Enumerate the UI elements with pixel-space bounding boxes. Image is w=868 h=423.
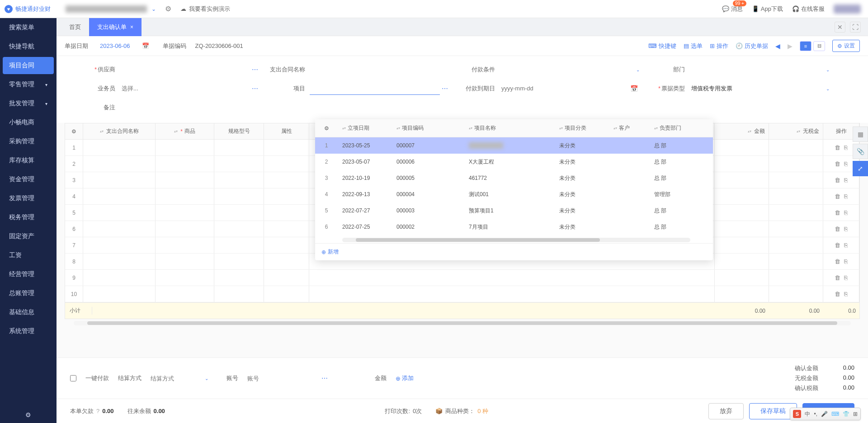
gear-column[interactable]: ⚙ (65, 123, 83, 139)
messages-link[interactable]: 💬 消息 99 + (722, 5, 743, 13)
help-icon[interactable]: ? (96, 408, 99, 414)
calendar-icon[interactable]: 📅 (142, 42, 149, 49)
delete-icon[interactable]: 🗑 (835, 291, 840, 297)
scrollbar-thumb[interactable] (356, 238, 600, 242)
col-goods[interactable]: ▴▾*商品 (156, 123, 214, 139)
cell-goods[interactable] (156, 205, 214, 221)
history-link[interactable]: 🕘历史单据 (736, 42, 768, 50)
cell-contract[interactable] (83, 156, 156, 172)
cell-goods[interactable] (156, 188, 214, 204)
dd-col-cust[interactable]: ▴▾客户 (609, 124, 650, 132)
due-date-input[interactable] (500, 82, 628, 95)
delete-icon[interactable]: 🗑 (835, 258, 840, 265)
sidebar-settings-icon[interactable]: ⚙ (0, 411, 57, 418)
cell-attr[interactable] (264, 237, 309, 253)
dd-col-code[interactable]: ▴▾项目编码 (392, 124, 464, 132)
cell-spec[interactable] (214, 270, 264, 286)
dropdown-row[interactable]: 2 2023-05-07 000006 X大厦工程 未分类 总 部 (315, 154, 713, 170)
sidebar-item[interactable]: 项目合同 (3, 57, 54, 74)
contract-name-input[interactable] (310, 63, 450, 76)
doc-date-value[interactable]: 2023-06-06 (97, 42, 133, 50)
account-input[interactable] (247, 375, 311, 382)
org-selector[interactable]: ⌄ (57, 5, 165, 13)
copy-icon[interactable]: ⎘ (844, 226, 848, 232)
dropdown-row[interactable]: 5 2022-07-27 000003 预算项目1 未分类 总 部 (315, 202, 713, 219)
chevron-down-icon[interactable]: ⌄ (826, 67, 830, 72)
table-row[interactable]: 10 🗑 ⎘ (65, 286, 859, 302)
dd-col-dept[interactable]: ▴▾负责部门 (650, 124, 704, 132)
cell-attr[interactable] (264, 205, 309, 221)
cell-amount[interactable] (715, 237, 769, 253)
settle-select[interactable] (151, 375, 196, 382)
viewmode-list-button[interactable]: ≡ (800, 41, 811, 51)
copy-icon[interactable]: ⎘ (844, 193, 848, 200)
sidebar-item[interactable]: 发票管理 (0, 189, 57, 208)
ime-skin-icon[interactable]: 👕 (843, 411, 849, 417)
cell-goods[interactable] (156, 221, 214, 237)
col-spec[interactable]: 规格型号 (214, 123, 264, 139)
col-contract[interactable]: ▴▾支出合同名称 (83, 123, 156, 139)
onekey-pay-checkbox[interactable] (70, 375, 76, 381)
cell-spec[interactable] (214, 286, 264, 302)
ime-tools-icon[interactable]: ⊞ (853, 411, 858, 417)
cell-attr[interactable] (264, 172, 309, 188)
dropdown-scrollbar[interactable] (342, 238, 690, 242)
sidebar-item[interactable]: 库存核算 (0, 151, 57, 170)
settings-button[interactable]: ⚙设置 (832, 40, 860, 52)
delete-icon[interactable]: 🗑 (835, 242, 840, 249)
copy-icon[interactable]: ⎘ (844, 209, 848, 216)
sidebar-item[interactable]: 工资 (0, 246, 57, 265)
col-amount[interactable]: ▴▾金额 (715, 123, 769, 139)
cell-contract[interactable] (83, 237, 156, 253)
salesman-input[interactable] (120, 82, 250, 95)
cell-notax[interactable] (769, 140, 823, 155)
dept-input[interactable] (689, 63, 826, 76)
sidebar-item[interactable]: 快捷导航 (0, 37, 57, 56)
cell-spec[interactable] (214, 237, 264, 253)
cell-goods[interactable] (156, 172, 214, 188)
pay-terms-input[interactable] (500, 63, 636, 76)
cell-amount[interactable] (715, 205, 769, 221)
copy-icon[interactable]: ⎘ (844, 291, 848, 297)
sidebar-item[interactable]: 总账管理 (0, 284, 57, 303)
cell-amount[interactable] (715, 286, 769, 302)
ime-keyboard-icon[interactable]: ⌨ (831, 411, 839, 417)
close-all-button[interactable]: ✕ (835, 22, 845, 33)
tab-current[interactable]: 支出确认单 × (89, 18, 142, 36)
dropdown-row[interactable]: 3 2022-10-19 000005 461772 未分类 总 部 (315, 170, 713, 186)
copy-icon[interactable]: ⎘ (844, 274, 848, 281)
dropdown-row[interactable]: 1 2023-05-25 000007 ████████ 未分类 总 部 (315, 137, 713, 154)
col-attr[interactable]: 属性 (264, 123, 309, 139)
expand-button[interactable]: ⛶ (850, 22, 861, 33)
close-icon[interactable]: × (130, 24, 133, 30)
cell-attr[interactable] (264, 221, 309, 237)
more-icon[interactable]: ⋯ (440, 85, 450, 92)
copy-icon[interactable]: ⎘ (844, 258, 848, 265)
sidebar-item[interactable]: 批发管理▾ (0, 94, 57, 113)
cell-amount[interactable] (715, 140, 769, 155)
ops-link[interactable]: ⊞操作 (710, 42, 728, 50)
copy-icon[interactable]: ⎘ (844, 242, 848, 249)
copy-icon[interactable]: ⎘ (844, 160, 848, 167)
dd-col-cat[interactable]: ▴▾项目分类 (555, 124, 609, 132)
cell-spec[interactable] (214, 172, 264, 188)
cell-attr[interactable] (264, 254, 309, 269)
cell-notax[interactable] (769, 205, 823, 221)
dropdown-gear-icon[interactable]: ⚙ (315, 125, 338, 132)
dropdown-row[interactable]: 6 2022-07-25 000002 7月项目 未分类 总 部 (315, 219, 713, 235)
cell-contract[interactable] (83, 221, 156, 237)
cell-goods[interactable] (156, 286, 214, 302)
prev-arrow-icon[interactable]: ◀ (775, 42, 780, 50)
viewmode-form-button[interactable]: ⊟ (813, 41, 825, 51)
cell-amount[interactable] (715, 270, 769, 286)
app-download-link[interactable]: 📱 App下载 (752, 5, 783, 13)
cell-spec[interactable] (214, 156, 264, 172)
cell-contract[interactable] (83, 188, 156, 204)
delete-icon[interactable]: 🗑 (835, 144, 840, 151)
delete-icon[interactable]: 🗑 (835, 274, 840, 281)
scrollbar-thumb[interactable] (87, 321, 837, 325)
sidebar-item[interactable]: 基础信息 (0, 303, 57, 322)
ime-punct-icon[interactable]: •, (814, 411, 817, 417)
cell-contract[interactable] (83, 140, 156, 155)
cell-attr[interactable] (264, 270, 309, 286)
